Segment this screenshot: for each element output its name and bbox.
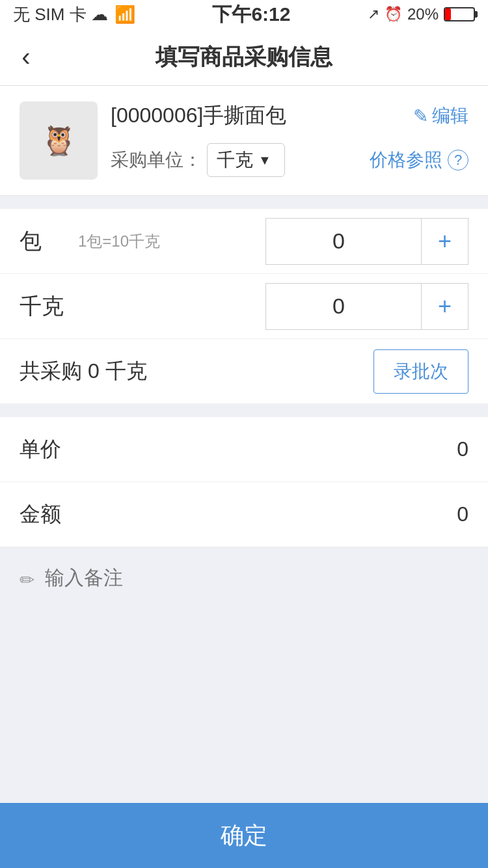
alarm-icon: ⏰ xyxy=(385,6,402,23)
summary-row: 共采购 0 千克 录批次 xyxy=(0,339,488,404)
status-bar-right: ↗ ⏰ 20% xyxy=(368,5,475,23)
kg-plus-button[interactable]: + xyxy=(422,283,468,330)
product-info: [0000006]手撕面包 ✎ 编辑 采购单位： 千克 ▼ 价格参照 ? xyxy=(111,102,468,177)
quantity-section: 包 1包=10千克 + 千克 + 共采购 0 千克 录批次 xyxy=(0,209,488,404)
price-ref-help-icon: ? xyxy=(448,150,468,170)
divider-2 xyxy=(0,404,488,417)
package-input-group: + xyxy=(265,218,468,265)
product-image: 🦉 xyxy=(20,102,98,180)
product-logo: 🦉 xyxy=(41,124,77,157)
unit-label: 采购单位： xyxy=(111,148,202,172)
unit-select-button[interactable]: 千克 ▼ xyxy=(207,143,285,177)
dropdown-icon: ▼ xyxy=(258,153,271,168)
battery-fill xyxy=(445,8,451,20)
edit-label: 编辑 xyxy=(432,103,468,128)
unit-row: 采购单位： 千克 ▼ 价格参照 ? xyxy=(111,143,468,177)
location-icon: ↗ xyxy=(368,6,379,23)
divider-1 xyxy=(0,196,488,209)
unit-price-row: 单价 0 xyxy=(0,417,488,482)
package-row: 包 1包=10千克 + xyxy=(0,209,488,274)
status-bar-time: 下午6:12 xyxy=(212,1,290,28)
unit-price-label: 单价 xyxy=(20,435,61,464)
amount-row: 金额 0 xyxy=(0,482,488,547)
remark-section: ✏ xyxy=(0,547,488,651)
nav-bar: ‹ 填写商品采购信息 xyxy=(0,29,488,86)
edit-icon: ✎ xyxy=(413,105,428,127)
battery-icon xyxy=(444,7,475,21)
package-label: 包 xyxy=(20,226,72,256)
status-bar-left: 无 SIM 卡 ☁ 📶 xyxy=(13,3,135,26)
wifi-icon: 📶 xyxy=(115,5,135,25)
edit-button[interactable]: ✎ 编辑 xyxy=(413,103,468,128)
kg-row: 千克 + xyxy=(0,274,488,339)
page-title: 填写商品采购信息 xyxy=(156,42,332,72)
package-plus-button[interactable]: + xyxy=(422,218,468,265)
pencil-icon: ✏ xyxy=(20,569,34,591)
summary-text: 共采购 0 千克 xyxy=(20,357,147,386)
price-ref-label: 价格参照 xyxy=(370,148,442,172)
unit-price-value: 0 xyxy=(457,437,468,461)
product-name: [0000006]手撕面包 xyxy=(111,102,286,130)
batch-button[interactable]: 录批次 xyxy=(373,349,468,394)
remark-input[interactable] xyxy=(45,567,468,589)
unit-value: 千克 xyxy=(217,148,253,172)
package-input[interactable] xyxy=(265,218,422,265)
package-sublabel: 1包=10千克 xyxy=(78,231,265,252)
amount-value: 0 xyxy=(457,502,468,526)
confirm-button-label: 确定 xyxy=(221,820,267,852)
sim-status: 无 SIM 卡 ☁ xyxy=(13,3,108,26)
product-card: 🦉 [0000006]手撕面包 ✎ 编辑 采购单位： 千克 ▼ 价格参照 ? xyxy=(0,86,488,196)
back-arrow-icon: ‹ xyxy=(21,42,30,72)
battery-percentage: 20% xyxy=(407,5,439,23)
confirm-button[interactable]: 确定 xyxy=(0,803,488,868)
price-ref-button[interactable]: 价格参照 ? xyxy=(370,148,468,172)
battery-tip xyxy=(475,11,478,18)
kg-input-group: + xyxy=(265,283,468,330)
kg-label: 千克 xyxy=(20,292,72,321)
back-button[interactable]: ‹ xyxy=(0,29,52,86)
status-bar: 无 SIM 卡 ☁ 📶 下午6:12 ↗ ⏰ 20% xyxy=(0,0,488,29)
price-section: 单价 0 金额 0 xyxy=(0,417,488,547)
product-name-row: [0000006]手撕面包 ✎ 编辑 xyxy=(111,102,468,130)
amount-label: 金额 xyxy=(20,500,61,529)
kg-input[interactable] xyxy=(265,283,422,330)
